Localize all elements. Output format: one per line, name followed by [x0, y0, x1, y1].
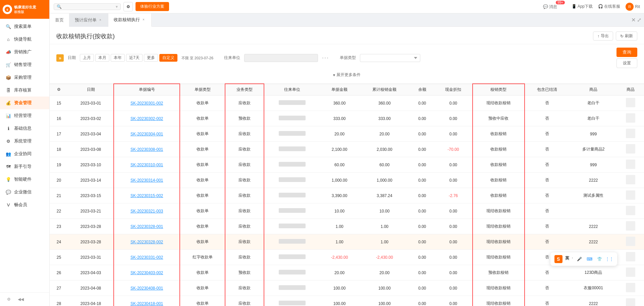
- date-btn-more[interactable]: 更多: [144, 54, 158, 62]
- cell-seq: 20: [50, 173, 68, 188]
- sidebar-item-sales[interactable]: 🛒 销售管理: [0, 58, 49, 71]
- sidebar-item-operations[interactable]: 📊 经营管理: [0, 109, 49, 122]
- cell-amount: 2,100.00: [320, 142, 359, 157]
- cell-date: 2023-03-04: [68, 126, 114, 142]
- bill-no-link[interactable]: SK-20230314-001: [130, 178, 163, 183]
- message-area: 💬 消息99+: [543, 3, 566, 10]
- date-btn-last-month[interactable]: 上月: [80, 54, 94, 62]
- table-row: 20 2023-03-14 SK-20230314-001 收款单 应收款 1,…: [50, 173, 644, 188]
- cell-partner: [264, 234, 320, 250]
- sidebar-item-marketing[interactable]: 📣 营销推广: [0, 46, 49, 58]
- gear-icon[interactable]: ⚙: [5, 296, 12, 303]
- cell-balance: 0.00: [410, 111, 434, 126]
- cell-cancel-amount: 60.00: [359, 157, 410, 173]
- sidebar-item-system[interactable]: ⚙ 系统管理: [0, 135, 49, 147]
- tab-prepay[interactable]: 预计应付单 ×: [69, 13, 108, 27]
- cell-include-settled: 否: [525, 157, 570, 173]
- cell-bill-no: SK-20230328-002: [114, 234, 180, 250]
- date-btn-this-month[interactable]: 本月: [95, 54, 109, 62]
- cell-amount: 360.00: [320, 96, 359, 111]
- bill-no-link[interactable]: SK-20230403-002: [130, 270, 163, 275]
- cell-goods-img: [618, 111, 644, 126]
- tab-collection-close[interactable]: ×: [141, 17, 146, 22]
- online-service[interactable]: 🎧 在线客服: [598, 4, 620, 9]
- filter-toggle-btn[interactable]: »: [56, 54, 64, 62]
- date-btn-custom[interactable]: 自定义: [159, 54, 177, 62]
- settings-btn[interactable]: 设置: [616, 58, 637, 68]
- sidebar-item-member[interactable]: V 畅会员: [0, 198, 49, 211]
- sidebar-item-search[interactable]: 🔍 搜索菜单: [0, 20, 49, 33]
- cell-seq: 27: [50, 281, 68, 296]
- bill-no-link[interactable]: SK-20230331-002: [130, 255, 163, 260]
- table-row: 16 2023-03-02 SK-20230302-002 收款单 预收款 33…: [50, 111, 644, 126]
- keyboard-icon[interactable]: ⌨: [586, 255, 593, 263]
- collapse-icon[interactable]: ◀◀: [17, 296, 24, 303]
- cell-bill-no: SK-20230328-001: [114, 219, 180, 234]
- cell-partner: [264, 203, 320, 219]
- date-btn-this-year[interactable]: 本年: [111, 54, 125, 62]
- expand-icon[interactable]: ⤢: [637, 17, 641, 23]
- date-btn-7days[interactable]: 近7天: [126, 54, 143, 62]
- sidebar-item-wechat[interactable]: 💬 企业微信: [0, 186, 49, 198]
- bill-no-link[interactable]: SK-20230304-001: [130, 132, 163, 136]
- tab-prepay-close[interactable]: ×: [98, 18, 103, 22]
- cell-cancel-type: 预收中应收: [473, 111, 525, 126]
- guide-icon: 🗺: [5, 164, 11, 170]
- cell-bill-no: SK-20230314-001: [114, 173, 180, 188]
- cell-amount: 20.00: [320, 265, 359, 281]
- partner-input[interactable]: [244, 54, 318, 62]
- cell-cancel-type: 现结收款核销: [473, 250, 525, 265]
- sidebar-item-hardware[interactable]: 💡 智能硬件: [0, 173, 49, 186]
- bill-type-select[interactable]: [360, 54, 420, 62]
- cell-goods-img: [618, 96, 644, 111]
- shortcuts-icon: ⌂: [5, 36, 11, 42]
- shirt-icon[interactable]: 👕: [596, 255, 603, 263]
- mic-icon[interactable]: 🎤: [576, 255, 583, 263]
- export-btn[interactable]: ↑ 导出: [593, 32, 613, 41]
- sidebar-item-guide[interactable]: 🗺 新手引导: [0, 160, 49, 173]
- query-btn[interactable]: 查询: [616, 48, 637, 57]
- sidebar-item-label-hardware: 智能硬件: [14, 176, 32, 182]
- bill-no-link[interactable]: SK-20230308-001: [130, 147, 163, 152]
- tab-collection[interactable]: 收款核销执行 ×: [108, 13, 152, 27]
- bill-no-link[interactable]: SK-20230328-001: [130, 224, 163, 229]
- solution-btn[interactable]: 体验行业方案: [136, 2, 169, 11]
- close-all-icon[interactable]: ✕: [631, 17, 636, 23]
- cell-partner: [264, 96, 320, 111]
- cell-include-settled: 否: [525, 126, 570, 142]
- cell-include-settled: 否: [525, 296, 570, 306]
- bill-no-link[interactable]: SK-20230328-002: [130, 240, 163, 244]
- sidebar-item-enterprise[interactable]: 👥 企业协同: [0, 147, 49, 160]
- bill-no-link[interactable]: SK-20230408-001: [130, 286, 163, 291]
- sidebar-item-purchase[interactable]: 📦 采购管理: [0, 71, 49, 84]
- refresh-btn[interactable]: ↻ 刷新: [616, 32, 637, 41]
- table-row: 18 2023-03-08 SK-20230308-001 收款单 应收款 2,…: [50, 142, 644, 157]
- bill-no-link[interactable]: SK-20230310-001: [130, 163, 163, 167]
- search-area: 🔍 ▾: [54, 3, 121, 10]
- table-header-row: ⚙ 日期 单据编号 单据类型 业务类型 往来单位 单据金额 累计核销金额 余额 …: [50, 84, 644, 96]
- th-seq: ⚙: [50, 84, 68, 96]
- bill-no-link[interactable]: SK-20230315-002: [130, 193, 163, 198]
- bill-no-link[interactable]: SK-20230321-003: [130, 209, 163, 213]
- sidebar-item-shortcuts[interactable]: ⌂ 快捷导航: [0, 33, 49, 46]
- cell-biz-type: 应收款: [225, 219, 264, 234]
- sidebar-item-inventory[interactable]: 🗄 库存核算: [0, 84, 49, 97]
- cell-cancel-type: 现结收款核销: [473, 96, 525, 111]
- cell-date: 2023-03-21: [68, 203, 114, 219]
- tab-home[interactable]: 首页: [50, 13, 69, 27]
- apps-icon[interactable]: ⋮⋮: [606, 255, 613, 263]
- sidebar-item-basic[interactable]: ℹ 基础信息: [0, 122, 49, 135]
- expand-more-btn[interactable]: ▾ 展开更多条件: [56, 70, 637, 80]
- sidebar-item-finance[interactable]: 💰 资金管理: [0, 97, 49, 109]
- sidebar-item-label-shortcuts: 快捷导航: [14, 36, 32, 42]
- cell-goods-img: [618, 126, 644, 142]
- user-avatar[interactable]: R Rit: [626, 3, 640, 11]
- app-download[interactable]: 📱 App下载: [572, 4, 593, 9]
- cell-include-settled: 否: [525, 173, 570, 188]
- bill-no-link[interactable]: SK-20230418-001: [130, 301, 163, 306]
- cell-bill-no: SK-20230310-001: [114, 157, 180, 173]
- bill-no-link[interactable]: SK-20230301-002: [130, 101, 163, 106]
- more-dots[interactable]: ···: [322, 54, 329, 61]
- topbar-gear-btn[interactable]: ⚙: [123, 2, 133, 11]
- bill-no-link[interactable]: SK-20230302-002: [130, 116, 163, 121]
